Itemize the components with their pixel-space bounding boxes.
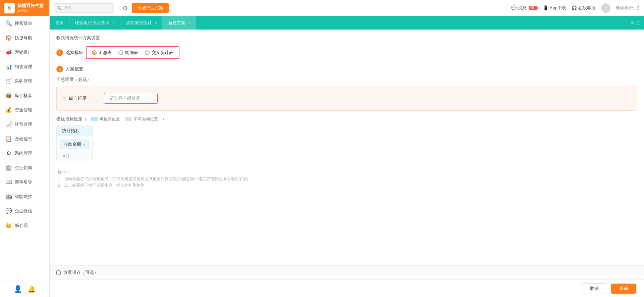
legend-fixed-item: 不可拖动位置	[125, 116, 158, 122]
sidebar: 6 畅捷通好生意 标准版 🔍 搜索菜单 🏠 快捷导航 📣 营销推广 📊 销售管理…	[0, 0, 50, 297]
sidebar-label-enterprise: 企业协同	[15, 165, 32, 171]
logo-icon: 6	[4, 3, 15, 13]
tab-home[interactable]: 首页	[50, 16, 69, 30]
sidebar-label-member: 畅会员	[15, 222, 28, 229]
user-avatar[interactable]	[601, 3, 610, 13]
gear-icon: ⚙	[5, 150, 12, 156]
sidebar-label-guide: 新手引导	[15, 179, 32, 185]
tab-window-close[interactable]: ×	[631, 20, 634, 26]
radio-summary-input[interactable]	[92, 50, 97, 55]
legend-draggable-dot	[91, 117, 98, 121]
sidebar-item-system[interactable]: ⚙ 系统管理	[0, 146, 49, 160]
radio-detail-input[interactable]	[118, 50, 123, 55]
sidebar-label-basic: 基础信息	[15, 136, 32, 142]
page-inner: 收款情况统计方案设置 1 选择模板 汇总表 明细表	[50, 30, 644, 265]
legend-draggable-item: 可拖动位置	[91, 116, 120, 122]
indicator-settings-label: 模板指标设定（ 可拖动位置 不可拖动位置	[56, 116, 637, 122]
radio-summary[interactable]: 汇总表	[92, 50, 112, 56]
service-item[interactable]: 🎧 在线客服	[572, 5, 596, 11]
sidebar-label-purchase: 采购管理	[15, 78, 32, 84]
sidebar-item-enterprise[interactable]: 🏢 企业协同	[0, 160, 49, 175]
sidebar-item-search[interactable]: 🔍 搜索菜单	[0, 16, 49, 31]
tab-bank-close[interactable]: ×	[112, 20, 115, 25]
save-checkbox[interactable]	[56, 270, 61, 275]
dimension-title: 汇总维度（必选）	[56, 77, 637, 83]
logo-badge: 标准版	[17, 8, 44, 13]
tab-bank-label: 现金银行流水查询	[75, 20, 110, 26]
home-icon: 🏠	[5, 35, 12, 41]
step2-header: 2 方案配置	[56, 66, 637, 72]
tab-new-plan-close[interactable]: ×	[188, 20, 191, 25]
step1-section: 1 选择模板 汇总表 明细表 交	[56, 46, 637, 59]
tab-window-maximize[interactable]: □	[637, 20, 640, 26]
tab-home-label: 首页	[55, 20, 64, 26]
indicator-tags-area: 收款金额 ▾	[57, 136, 92, 152]
tabs-bar: 首页 现金银行流水查询 × 收款情况统计 × 新建方案 × × □	[50, 16, 644, 30]
sidebar-item-sales[interactable]: 📊 销售管理	[0, 59, 49, 74]
indicator-title: 模板指标设定（	[56, 116, 87, 122]
tab-bank[interactable]: 现金银行流水查询 ×	[69, 16, 120, 30]
sales-icon: 📊	[5, 63, 12, 70]
sidebar-item-finance[interactable]: 💰 资金管理	[0, 103, 49, 117]
book-icon: 📖	[5, 179, 12, 185]
radio-cross-label: 交叉统计表	[152, 50, 173, 56]
radio-cross-input[interactable]	[145, 50, 150, 55]
tab-new-plan-label: 新建方案	[168, 20, 185, 26]
step1-number: 1	[56, 49, 63, 56]
sidebar-item-marketing[interactable]: 📣 营销推广	[0, 45, 49, 59]
industry-btn[interactable]: 体验行业方案	[132, 3, 169, 13]
radio-cross[interactable]: 交叉统计表	[145, 50, 173, 56]
sidebar-item-inventory[interactable]: 📦 库存核算	[0, 88, 49, 103]
query-button[interactable]: 查询	[611, 284, 636, 294]
wechat-icon: 💬	[5, 208, 12, 214]
sidebar-item-operations[interactable]: 📈 经营管理	[0, 117, 49, 132]
legend-draggable-label: 可拖动位置	[100, 116, 120, 122]
sidebar-label-inventory: 库存核算	[15, 93, 32, 99]
sidebar-item-basic[interactable]: 📋 基础信息	[0, 132, 49, 146]
download-item[interactable]: 📱 App下载	[543, 5, 566, 11]
save-label: 方案保存（可选）	[63, 269, 98, 276]
sidebar-item-hardware[interactable]: 🤖 智能硬件	[0, 189, 49, 204]
cancel-button[interactable]: 取消	[582, 283, 607, 294]
sidebar-item-purchase[interactable]: 🛒 采购管理	[0, 74, 49, 88]
arrow: ——	[91, 96, 100, 101]
sidebar-logo: 6 畅捷通好生意 标准版	[0, 0, 49, 16]
sidebar-item-quicknav[interactable]: 🏠 快捷导航	[0, 31, 49, 45]
message-label: 消息	[518, 5, 527, 11]
cart-icon: 🛒	[5, 78, 12, 84]
search-box[interactable]: 🔍 搜索	[54, 3, 114, 13]
sidebar-label-sales: 销售管理	[15, 64, 32, 70]
radio-summary-label: 汇总表	[99, 50, 112, 56]
step1-label: 选择模板	[66, 50, 83, 56]
message-item[interactable]: 💬 消息 99+	[511, 5, 538, 11]
user-icon[interactable]: 👤	[14, 285, 22, 293]
sidebar-item-wechat[interactable]: 💬 企业微信	[0, 204, 49, 218]
message-icon: 💬	[511, 5, 517, 10]
tab-new-plan[interactable]: 新建方案 ×	[163, 16, 196, 30]
search-icon: 🔍	[57, 6, 62, 10]
search-icon: 🔍	[5, 20, 12, 27]
radio-detail-label: 明细表	[125, 50, 138, 56]
indicator-subtotal: 合计	[57, 152, 92, 161]
sidebar-item-guide[interactable]: 📖 新手引导	[0, 175, 49, 189]
tab-collection-close[interactable]: ×	[155, 20, 157, 25]
settings-icon[interactable]: ⚙	[122, 4, 128, 12]
step2-label: 方案配置	[66, 66, 83, 72]
sidebar-label-marketing: 营销推广	[15, 49, 32, 55]
sidebar-item-member[interactable]: 👑 畅会员	[0, 218, 49, 233]
robot-icon: 🤖	[5, 193, 12, 200]
crown-icon: 👑	[5, 222, 12, 229]
radio-detail[interactable]: 明细表	[118, 50, 138, 56]
notification-icon[interactable]: 🔔	[28, 285, 36, 293]
dimension-select[interactable]: 请选择分组维度	[104, 93, 158, 104]
sidebar-label-quicknav: 快捷导航	[15, 35, 32, 41]
tab-collection-label: 收款情况统计	[126, 20, 152, 26]
search-placeholder: 搜索	[63, 5, 71, 11]
save-section: 方案保存（可选）	[50, 265, 644, 280]
topbar-divider	[118, 5, 118, 11]
sidebar-label-hardware: 智能硬件	[15, 194, 32, 200]
sidebar-label-finance: 资金管理	[15, 107, 32, 113]
indicator-tag-label: 收款金额	[64, 141, 81, 147]
tab-collection[interactable]: 收款情况统计 ×	[120, 16, 163, 30]
indicator-tag-amount[interactable]: 收款金额 ▾	[60, 140, 89, 149]
